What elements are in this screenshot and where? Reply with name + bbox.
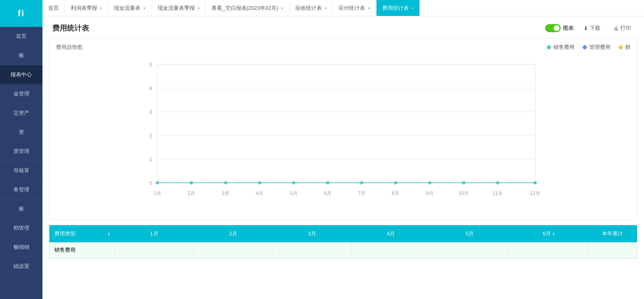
legend-finance: 财	[619, 44, 631, 51]
th-ytd: 本年累计	[588, 225, 637, 242]
th-m5: 5月	[430, 225, 509, 242]
svg-text:7月: 7月	[358, 190, 365, 196]
chart-section: 费用趋势图 销售费用 管理费用 财	[49, 38, 637, 220]
th-m4: 4月	[352, 225, 430, 242]
svg-point-20	[394, 181, 397, 184]
sidebar-item-home[interactable]: 首页	[0, 27, 42, 46]
tab-close-cashflow-q[interactable]: ×	[197, 6, 200, 11]
data-table: 费用类型 ‹ 1月 2月 3月 4月 5月 6月 › 本年累计 销售费用	[49, 225, 637, 259]
sidebar-item-settings[interactable]: 础设置	[0, 257, 42, 276]
table-row: 销售费用	[49, 242, 637, 258]
svg-text:8月: 8月	[392, 190, 399, 196]
chart-toggle-label: 图表	[563, 24, 574, 32]
print-icon: 🖨	[613, 25, 619, 31]
svg-text:1: 1	[149, 157, 152, 162]
table-nav-next[interactable]: ›	[553, 230, 555, 237]
td-m3	[272, 242, 351, 258]
th-m6: 6月 ›	[509, 225, 588, 242]
svg-text:2月: 2月	[187, 190, 195, 196]
content-area: 费用统计表 图表 ⬇ 下载 🖨 打印 费用趋势图	[42, 16, 644, 299]
td-type: 销售费用	[49, 242, 115, 258]
svg-text:4月: 4月	[256, 190, 263, 196]
sidebar-item-archive[interactable]: 档管理	[0, 219, 42, 238]
tab-payable-tab[interactable]: 应付统计表 ×	[333, 0, 376, 16]
tab-receivable[interactable]: 应收统计表 ×	[290, 0, 333, 16]
tab-close-cashflow[interactable]: ×	[143, 6, 145, 11]
sidebar: fi 首页 账 报表中心 金管理 定资产 资 票管理 存核算 务管理 账 档管理…	[0, 0, 42, 299]
tab-cashflow-q[interactable]: 现金流量表季报 ×	[152, 0, 206, 16]
tab-close-expense[interactable]: ×	[411, 6, 414, 11]
sidebar-item-sales[interactable]: 畅报销	[0, 238, 42, 257]
th-m3: 3月	[272, 225, 351, 242]
sidebar-item-payable[interactable]: 账	[0, 199, 42, 219]
tab-bar: 首页 利润表季报 × 现金流量表 × 现金流量表季报 × 查看_空白报表(202…	[42, 0, 644, 16]
sidebar-item-service[interactable]: 务管理	[0, 180, 42, 199]
sidebar-item-assets[interactable]: 定资产	[0, 104, 42, 123]
svg-point-14	[190, 181, 193, 184]
header-actions: 图表 ⬇ 下载 🖨 打印	[545, 23, 634, 33]
td-m1	[115, 242, 194, 258]
td-m4	[352, 242, 430, 258]
page-title: 费用统计表	[52, 23, 89, 33]
svg-point-16	[258, 181, 261, 184]
svg-text:1月: 1月	[154, 190, 161, 196]
svg-text:3月: 3月	[222, 190, 230, 196]
svg-text:10月: 10月	[459, 190, 469, 196]
tab-close-payable[interactable]: ×	[368, 6, 370, 11]
sidebar-item-salary[interactable]: 资	[0, 123, 42, 142]
tab-close-profit[interactable]: ×	[100, 6, 102, 11]
td-m2	[194, 242, 272, 258]
sidebar-item-inventory[interactable]: 存核算	[0, 161, 42, 180]
svg-text:6月: 6月	[324, 190, 332, 196]
svg-point-17	[292, 181, 296, 184]
svg-text:12月: 12月	[530, 190, 540, 196]
tab-blank-report[interactable]: 查看_空白报表(2023年02月) ×	[206, 0, 290, 16]
sidebar-logo: fi	[0, 0, 42, 27]
legend-dot-admin	[583, 45, 587, 49]
svg-point-23	[496, 181, 499, 184]
tab-close-blank-report[interactable]: ×	[281, 6, 283, 11]
td-m6	[509, 242, 588, 258]
table-header: 费用类型 ‹ 1月 2月 3月 4月 5月 6月 › 本年累计	[49, 225, 637, 242]
legend-admin: 管理费用	[583, 44, 611, 51]
page-header: 费用统计表 图表 ⬇ 下载 🖨 打印	[42, 16, 644, 38]
chart-container: 5 4 3 2 1 0	[56, 54, 631, 215]
svg-text:11月: 11月	[492, 190, 503, 196]
sidebar-item-account[interactable]: 账	[0, 46, 42, 65]
sidebar-item-report[interactable]: 报表中心	[0, 65, 42, 84]
td-ytd	[588, 242, 637, 258]
tab-expense[interactable]: 费用统计表 ×	[377, 0, 420, 16]
th-m2: 2月	[194, 225, 272, 242]
download-button[interactable]: ⬇ 下载	[580, 23, 604, 33]
chart-legend: 销售费用 管理费用 财	[547, 44, 631, 51]
tab-profit[interactable]: 利润表季报 ×	[65, 0, 108, 16]
svg-text:3: 3	[149, 109, 152, 115]
th-type: 费用类型 ‹	[49, 225, 115, 242]
svg-point-18	[326, 181, 330, 184]
svg-text:5: 5	[149, 62, 152, 68]
svg-point-24	[534, 181, 537, 184]
svg-point-19	[360, 181, 363, 184]
svg-point-13	[156, 181, 159, 184]
chart-toggle-wrap: 图表	[545, 24, 574, 32]
chart-toggle[interactable]	[545, 24, 561, 32]
svg-text:4: 4	[149, 86, 152, 91]
tab-cashflow[interactable]: 现金流量表 ×	[108, 0, 152, 16]
legend-dot-sales	[547, 45, 551, 49]
chart-title: 费用趋势图	[56, 44, 82, 51]
th-m1: 1月	[115, 225, 194, 242]
legend-dot-finance	[619, 45, 623, 49]
sidebar-item-invoice[interactable]: 票管理	[0, 142, 42, 161]
svg-point-15	[224, 181, 227, 184]
tab-home[interactable]: 首页	[42, 0, 65, 16]
legend-sales: 销售费用	[547, 44, 575, 51]
main-area: 首页 利润表季报 × 现金流量表 × 现金流量表季报 × 查看_空白报表(202…	[42, 0, 644, 299]
tab-close-receivable[interactable]: ×	[324, 6, 327, 11]
svg-text:2: 2	[149, 133, 152, 139]
table-nav-prev[interactable]: ‹	[108, 230, 110, 237]
print-button[interactable]: 🖨 打印	[610, 23, 634, 33]
svg-text:5月: 5月	[290, 190, 298, 196]
sidebar-item-cash[interactable]: 金管理	[0, 84, 42, 104]
svg-point-22	[462, 181, 466, 184]
td-m5	[430, 242, 509, 258]
